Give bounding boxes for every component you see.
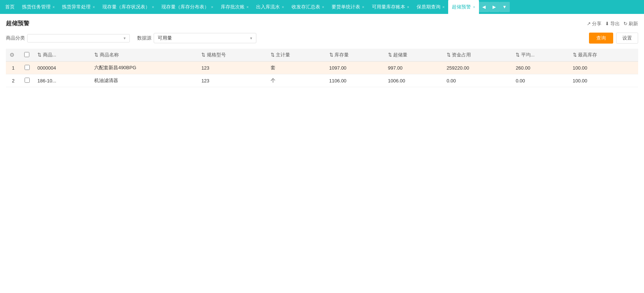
nav-overflow[interactable]: 超储预警 × (448, 0, 479, 14)
nav-requisition[interactable]: 要货单统计表 × (328, 0, 368, 14)
page-content: 超储预警 ↗ 分享 ⬇ 导出 ↻ 刷新 商品分类 ▾ 数据源 (0, 14, 644, 293)
row-code: 0000004 (34, 62, 91, 74)
select-all-checkbox[interactable] (24, 52, 29, 57)
row-checkbox-cell[interactable] (21, 74, 34, 87)
close-icon[interactable]: × (407, 5, 409, 9)
refresh-icon: ↻ (623, 21, 627, 26)
row-overflow: 997.00 (384, 62, 443, 74)
row-spec: 123 (198, 62, 267, 74)
row-maxstock: 100.00 (569, 62, 638, 74)
close-icon[interactable]: × (211, 5, 213, 9)
datasource-label: 数据源 (137, 35, 151, 41)
export-button[interactable]: ⬇ 导出 (605, 21, 620, 27)
nav-inout[interactable]: 出入库流水 × (252, 0, 288, 14)
refresh-button[interactable]: ↻ 刷新 (623, 21, 638, 27)
nav-stock-status[interactable]: 现存量（库存状况表） × (99, 0, 158, 14)
datasource-value: 可用量 (158, 35, 172, 41)
row-index: 1 (6, 62, 21, 74)
col-setting-header[interactable]: ⚙ (6, 49, 21, 62)
page-header: 超储预警 ↗ 分享 ⬇ 导出 ↻ 刷新 (6, 20, 638, 27)
row-unit: 套 (267, 62, 326, 74)
query-button[interactable]: 查询 (589, 33, 613, 44)
col-overflow-header[interactable]: ⇅ 超储量 (384, 49, 443, 62)
filter-buttons: 查询 设置 (589, 33, 638, 44)
col-maxstock-header[interactable]: ⇅ 最高库存 (569, 49, 638, 62)
row-avg: 0.00 (512, 74, 569, 87)
row-code: 186-10... (34, 74, 91, 87)
nav-stock-dist[interactable]: 现存量（库存分布表） × (158, 0, 217, 14)
close-icon[interactable]: × (282, 5, 284, 9)
category-select[interactable]: ▾ (27, 34, 130, 42)
nav-batch[interactable]: 库存批次账 × (217, 0, 252, 14)
row-checkbox[interactable] (25, 78, 30, 83)
chevron-down-icon: ▾ (250, 36, 252, 41)
close-icon[interactable]: × (52, 5, 55, 9)
nav-summary[interactable]: 收发存汇总表 × (288, 0, 328, 14)
nav-available[interactable]: 可用量库存账本 × (368, 0, 413, 14)
row-overflow: 1006.00 (384, 74, 443, 87)
close-icon[interactable]: × (322, 5, 324, 9)
category-filter-group: 商品分类 ▾ (6, 34, 130, 42)
row-name: 六配套新昌490BPG (91, 62, 198, 74)
col-code-header[interactable]: ⇅ 商品... (34, 49, 91, 62)
col-name-header[interactable]: ⇅ 商品名称 (91, 49, 198, 62)
table-row: 2 186-10... 机油滤清器 123 个 1106.00 1006.00 … (6, 74, 638, 87)
close-icon[interactable]: × (92, 5, 95, 9)
category-label: 商品分类 (6, 35, 25, 41)
row-checkbox[interactable] (25, 65, 30, 70)
table-row: 1 0000004 六配套新昌490BPG 123 套 1097.00 997.… (6, 62, 638, 74)
nav-next-button[interactable]: ▶ (489, 2, 500, 12)
col-stock-header[interactable]: ⇅ 库存量 (326, 49, 384, 62)
settings-button[interactable]: 设置 (616, 33, 638, 44)
row-stock: 1097.00 (326, 62, 384, 74)
row-maxstock: 100.00 (569, 74, 638, 87)
col-unit-header[interactable]: ⇅ 主计量 (267, 49, 326, 62)
row-avg: 260.00 (512, 62, 569, 74)
row-name: 机油滤清器 (91, 74, 198, 87)
share-button[interactable]: ↗ 分享 (587, 21, 601, 27)
page-title: 超储预警 (6, 20, 29, 27)
col-avg-header[interactable]: ⇅ 平均... (512, 49, 569, 62)
row-unit: 个 (267, 74, 326, 87)
nav-more-button[interactable]: ▼ (500, 2, 510, 12)
export-icon: ⬇ (605, 21, 609, 26)
filter-row: 商品分类 ▾ 数据源 可用量 ▾ 查询 设置 (6, 33, 638, 44)
data-table: ⚙ ⇅ 商品... ⇅ 商品名称 ⇅ 规格型号 ⇅ 主计量 ⇅ (6, 49, 638, 87)
share-icon: ↗ (587, 21, 591, 26)
nav-home[interactable]: 首页 (1, 0, 18, 14)
col-checkbox-header[interactable] (21, 49, 34, 62)
col-spec-header[interactable]: ⇅ 规格型号 (198, 49, 267, 62)
datasource-filter-group: 数据源 可用量 ▾ (137, 33, 256, 43)
chevron-down-icon: ▾ (124, 36, 126, 41)
row-stock: 1106.00 (326, 74, 384, 87)
row-capital: 259220.00 (443, 62, 512, 74)
close-icon[interactable]: × (246, 5, 249, 9)
nav-pick-task[interactable]: 拣货任务管理 × (18, 0, 58, 14)
close-icon[interactable]: × (362, 5, 364, 9)
table-header-row: ⚙ ⇅ 商品... ⇅ 商品名称 ⇅ 规格型号 ⇅ 主计量 ⇅ (6, 49, 638, 62)
row-checkbox-cell[interactable] (21, 62, 34, 74)
row-index: 2 (6, 74, 21, 87)
nav-prev-button[interactable]: ◀ (479, 2, 489, 12)
row-capital: 0.00 (443, 74, 512, 87)
gear-icon[interactable]: ⚙ (10, 52, 14, 58)
header-actions: ↗ 分享 ⬇ 导出 ↻ 刷新 (587, 21, 638, 27)
close-icon[interactable]: × (442, 5, 444, 9)
col-capital-header[interactable]: ⇅ 资金占用 (443, 49, 512, 62)
close-icon[interactable]: × (473, 5, 475, 9)
top-navigation: 首页 拣货任务管理 × 拣货异常处理 × 现存量（库存状况表） × 现存量（库存… (0, 0, 644, 14)
nav-pick-exception[interactable]: 拣货异常处理 × (58, 0, 98, 14)
nav-expiry[interactable]: 保质期查询 × (413, 0, 448, 14)
close-icon[interactable]: × (152, 5, 154, 9)
row-spec: 123 (198, 74, 267, 87)
datasource-select[interactable]: 可用量 ▾ (154, 33, 256, 43)
